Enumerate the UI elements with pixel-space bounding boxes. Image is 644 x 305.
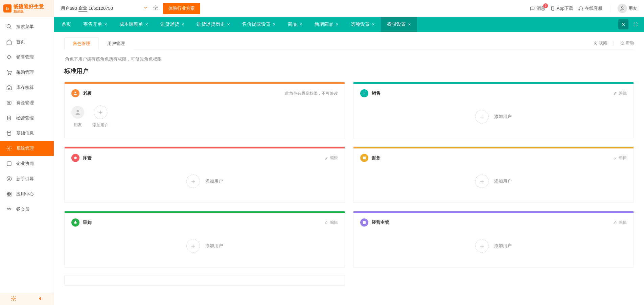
tab-cost[interactable]: 成本调整单✕ [113,17,154,32]
sidebar-item-funds[interactable]: 资金管理 [0,95,54,110]
edit-button[interactable]: 编辑 [324,220,338,226]
edit-button[interactable]: 编辑 [613,155,627,161]
org-mid: 企业 [78,5,87,11]
tab-retail[interactable]: 零售开单✕ [77,17,113,32]
sidebar-item-system[interactable]: 系统管理 [0,141,54,156]
tab-options[interactable]: 选项设置✕ [345,17,381,32]
app-download-button[interactable]: App下载 [550,5,573,11]
fullscreen-button[interactable] [630,19,641,29]
add-icon[interactable]: ＋ [475,110,489,123]
sidebar-item-collab[interactable]: 企业协同 [0,156,54,171]
messages-button[interactable]: 消息 6 [530,5,545,11]
close-icon[interactable]: ✕ [145,22,148,27]
tab-label: 选项设置 [351,21,370,27]
side-nav: 搜索菜单 首页 销售管理 采购管理 库存核算 资金管理 [0,17,54,293]
sidebar-item-label: 经营管理 [16,115,34,121]
edit-label: 编辑 [619,91,627,96]
add-user-boss[interactable]: ＋ 添加用户 [92,105,109,128]
video-link[interactable]: 视频 [594,40,607,46]
sidebar-item-purchase[interactable]: 采购管理 [0,65,54,80]
edit-button[interactable]: 编辑 [324,155,338,161]
org-prefix: 用户690 [61,5,77,11]
svg-point-18 [13,298,15,300]
settings-icon[interactable] [10,296,17,303]
sidebar-item-apps[interactable]: 应用中心 [0,186,54,202]
tab-products[interactable]: 商品✕ [282,17,308,32]
add-user-warehouse[interactable]: ＋ 添加用户 [186,174,223,188]
close-icon[interactable]: ✕ [372,22,375,27]
add-icon[interactable]: ＋ [186,174,200,188]
sidebar-item-business[interactable]: 经营管理 [0,110,54,125]
online-service-label: 在线客服 [585,5,602,11]
close-icon[interactable]: ✕ [299,22,302,27]
boss-note: 此角色有最高权限，不可修改 [285,91,338,96]
sidebar-item-member[interactable]: 畅会员 [0,202,54,217]
sidebar-item-search[interactable]: 搜索菜单 [0,19,54,34]
sidebar-item-guide[interactable]: 新手引导 [0,171,54,186]
add-user-sales[interactable]: ＋ 添加用户 [475,110,512,123]
inner-tab-users[interactable]: 用户管理 [99,37,133,50]
add-icon[interactable]: ＋ [186,239,200,253]
sidebar-item-label: 销售管理 [16,54,34,60]
add-icon[interactable]: ＋ [475,174,489,188]
add-icon[interactable]: ＋ [94,105,107,119]
org-settings-icon[interactable] [153,5,158,11]
boss-user[interactable]: 用友 [71,106,84,128]
logo-brand: 畅捷通好生意 [14,4,44,9]
sidebar-item-basic[interactable]: 基础信息 [0,125,54,141]
tab-new-product[interactable]: 新增商品✕ [308,17,345,32]
close-icon[interactable]: ✕ [227,22,230,27]
tab-permissions[interactable]: 权限设置✕ [381,17,417,32]
chevron-down-icon[interactable] [143,5,148,11]
tab-return-history[interactable]: 进货退货历史✕ [190,17,236,32]
role-card-warehouse: 库管 编辑 ＋ 添加用户 [64,146,345,203]
close-icon[interactable]: ✕ [181,22,184,27]
add-icon[interactable]: ＋ [475,239,489,253]
edit-button[interactable]: 编辑 [613,91,627,96]
close-icon[interactable]: ✕ [273,22,276,27]
help-link[interactable]: 帮助 [620,40,634,46]
svg-rect-17 [10,194,12,196]
content-area: 角色管理 用户管理 视频 | 帮助 角色下用户拥有该角色所有权限，可修改角色权限… [54,32,644,305]
user-avatar-icon [71,106,84,119]
page-description: 角色下用户拥有该角色所有权限，可修改角色权限 [65,56,634,62]
sidebar-item-home[interactable]: 首页 [0,34,54,49]
collapse-icon[interactable] [37,296,43,303]
add-user-purchase[interactable]: ＋ 添加用户 [186,239,223,253]
svg-point-32 [77,110,79,112]
user-menu[interactable]: 用友 [618,4,637,13]
edit-button[interactable]: 编辑 [613,220,627,226]
svg-rect-4 [7,101,11,104]
tab-strip: 首页 零售开单✕ 成本调整单✕ 进货退货✕ 进货退货历史✕ 售价提取设置✕ 商品… [54,17,644,32]
online-service-button[interactable]: 在线客服 [578,5,602,11]
inner-tab-roles[interactable]: 角色管理 [64,37,99,50]
sidebar-item-label: 首页 [16,39,25,45]
clipboard-icon [6,115,12,121]
add-user-finance[interactable]: ＋ 添加用户 [475,174,512,188]
add-user-manager[interactable]: ＋ 添加用户 [475,239,512,253]
svg-point-3 [10,74,11,74]
close-icon[interactable]: ✕ [336,22,339,27]
edit-label: 编辑 [619,155,627,161]
sidebar-item-sales[interactable]: 销售管理 [0,49,54,65]
trial-button[interactable]: 体验行业方案 [163,3,200,14]
close-icon[interactable]: ✕ [408,22,411,27]
sidebar-item-inventory[interactable]: 库存核算 [0,80,54,95]
home-icon [6,39,12,45]
section-title: 标准用户 [64,67,634,75]
tab-home[interactable]: 首页 [55,17,77,32]
finance-icon [360,154,368,162]
cart-icon [6,69,12,75]
sales-icon [360,89,368,97]
org-selector[interactable]: 用户690企业1660120750 [61,5,139,11]
svg-point-9 [7,131,11,133]
svg-rect-11 [7,162,11,166]
app-download-label: App下载 [557,5,573,11]
role-name: 经营主管 [372,219,389,226]
close-all-tabs-button[interactable] [618,19,628,29]
tab-return[interactable]: 进货退货✕ [154,17,190,32]
avatar-icon [618,4,627,13]
tab-price[interactable]: 售价提取设置✕ [236,17,282,32]
inner-tabs: 角色管理 用户管理 视频 | 帮助 [64,37,634,50]
close-icon[interactable]: ✕ [104,22,107,27]
